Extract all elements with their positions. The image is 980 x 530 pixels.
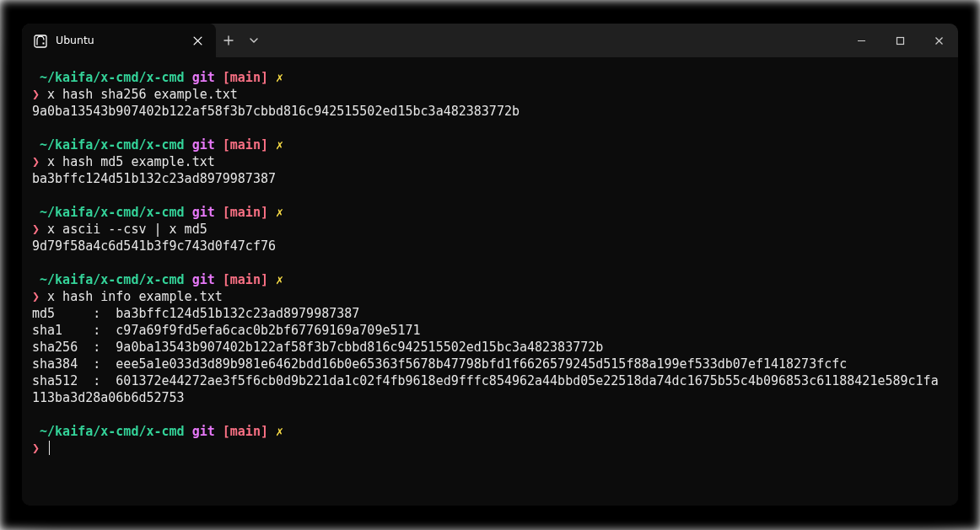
- prompt-line: ~/kaifa/x-cmd/x-cmd git [main] ✗: [32, 137, 948, 153]
- window-minimize-button[interactable]: [842, 24, 880, 57]
- window-close-button[interactable]: [919, 24, 958, 57]
- output-line: md5 : ba3bffc124d51b132c23ad8979987387: [32, 305, 948, 322]
- svg-rect-2: [897, 37, 903, 44]
- output-line: ba3bffc124d51b132c23ad8979987387: [32, 170, 948, 187]
- command-line: ❯ x ascii --csv | x md5: [32, 221, 948, 238]
- tab-dropdown-button[interactable]: [241, 24, 267, 57]
- output-line: sha256 : 9a0ba13543b907402b122af58f3b7cb…: [32, 339, 948, 356]
- tab-title: Ubuntu: [56, 35, 94, 46]
- svg-rect-1: [43, 42, 45, 44]
- prompt-line: ~/kaifa/x-cmd/x-cmd git [main] ✗: [32, 204, 948, 221]
- terminal-viewport[interactable]: ~/kaifa/x-cmd/x-cmd git [main] ✗❯ x hash…: [22, 57, 958, 506]
- prompt-line: ~/kaifa/x-cmd/x-cmd git [main] ✗: [32, 423, 948, 440]
- tab-ubuntu[interactable]: Ubuntu: [22, 24, 216, 57]
- output-line: 9d79f58a4c6d541b3f9c743d0f47cf76: [32, 238, 948, 254]
- cursor: [49, 441, 50, 455]
- output-line: sha384 : eee5a1e033d3d89b981e6462bdd16b0…: [32, 356, 948, 372]
- svg-rect-0: [35, 35, 46, 47]
- command-line: ❯: [32, 440, 948, 457]
- output-line: sha1 : c97a69f9fd5efa6cac0b2bf67769169a7…: [32, 322, 948, 339]
- window-titlebar[interactable]: Ubuntu: [22, 24, 958, 57]
- output-line: sha512 : 601372e44272ae3f5f6cb0d9b221da1…: [32, 372, 948, 389]
- output-line: 113ba3d28a06b6d52753: [32, 389, 948, 406]
- ubuntu-icon: [34, 35, 47, 48]
- command-line: ❯ x hash info example.txt: [32, 288, 948, 305]
- output-line: 9a0ba13543b907402b122af58f3b7cbbd816c942…: [32, 103, 948, 120]
- command-line: ❯ x hash md5 example.txt: [32, 153, 948, 170]
- command-line: ❯ x hash sha256 example.txt: [32, 86, 948, 103]
- prompt-line: ~/kaifa/x-cmd/x-cmd git [main] ✗: [32, 271, 948, 288]
- terminal-window: Ubuntu ~/kaifa/x-cmd/x-cmd git: [22, 24, 958, 506]
- prompt-line: ~/kaifa/x-cmd/x-cmd git [main] ✗: [32, 69, 948, 86]
- window-maximize-button[interactable]: [880, 24, 919, 57]
- tab-close-button[interactable]: [193, 36, 202, 46]
